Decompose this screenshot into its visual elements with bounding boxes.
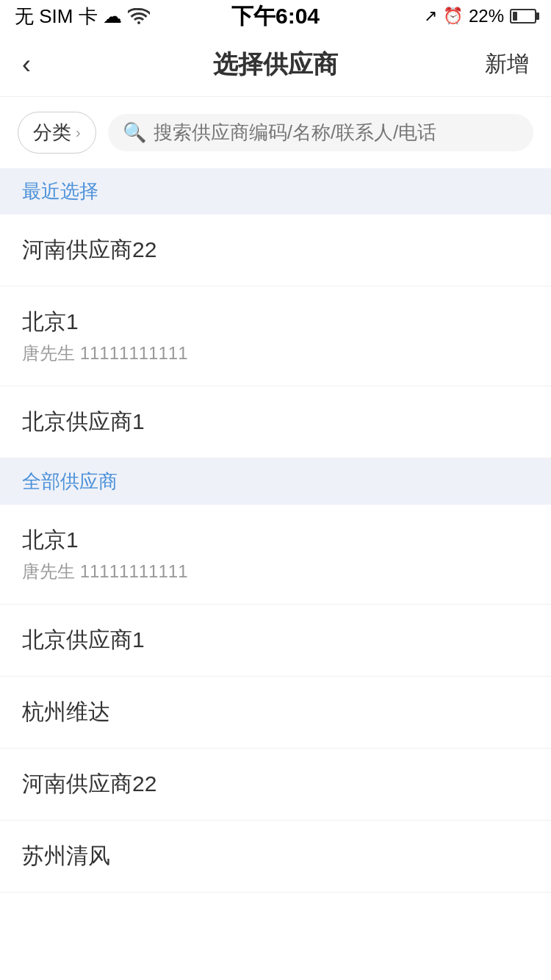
item-name: 河南供应商22 — [22, 769, 529, 799]
item-name: 河南供应商22 — [22, 235, 529, 265]
list-item[interactable]: 河南供应商22 — [0, 749, 551, 821]
nav-bar: ‹ 选择供应商 新增 — [0, 32, 551, 97]
search-icon: 🔍 — [123, 121, 146, 144]
category-label: 分类 — [33, 120, 71, 145]
item-sub: 唐先生 11111111111 — [22, 342, 529, 365]
status-bar: 无 SIM 卡 ☁ 下午6:04 ↗ ⏰ 22% — [0, 0, 551, 32]
recent-section-label: 最近选择 — [22, 180, 98, 202]
status-right: ↗ ⏰ 22% — [424, 6, 536, 26]
category-button[interactable]: 分类 › — [18, 112, 96, 154]
page-title: 选择供应商 — [213, 48, 338, 82]
item-name: 杭州维达 — [22, 697, 529, 727]
recent-list: 河南供应商22北京1唐先生 11111111111北京供应商1 — [0, 215, 551, 458]
wifi-icon — [128, 8, 150, 24]
list-item[interactable]: 杭州维达 — [0, 677, 551, 749]
search-box: 🔍 — [108, 114, 533, 151]
all-section-label: 全部供应商 — [22, 470, 118, 492]
location-icon: ↗ — [424, 7, 437, 26]
filter-bar: 分类 › 🔍 — [0, 97, 551, 168]
list-item[interactable]: 北京供应商1 — [0, 605, 551, 677]
recent-section-header: 最近选择 — [0, 168, 551, 215]
add-button[interactable]: 新增 — [485, 49, 529, 79]
all-section-header: 全部供应商 — [0, 458, 551, 505]
item-sub: 唐先生 11111111111 — [22, 560, 529, 583]
item-name: 苏州清风 — [22, 841, 529, 871]
item-name: 北京供应商1 — [22, 407, 529, 437]
status-left: 无 SIM 卡 ☁ — [15, 4, 150, 29]
battery-text: 22% — [469, 6, 504, 26]
list-item[interactable]: 苏州清风 — [0, 821, 551, 893]
search-input[interactable] — [154, 121, 519, 144]
list-item[interactable]: 北京1唐先生 11111111111 — [0, 505, 551, 605]
list-item[interactable]: 北京供应商1 — [0, 386, 551, 458]
list-item[interactable]: 河南供应商22 — [0, 215, 551, 287]
battery-icon — [510, 9, 536, 24]
alarm-icon: ⏰ — [443, 7, 463, 26]
status-time: 下午6:04 — [231, 1, 320, 32]
all-list: 北京1唐先生 11111111111北京供应商1杭州维达河南供应商22苏州清风 — [0, 505, 551, 893]
item-name: 北京供应商1 — [22, 625, 529, 655]
item-name: 北京1 — [22, 307, 529, 337]
list-item[interactable]: 北京1唐先生 11111111111 — [0, 287, 551, 386]
back-button[interactable]: ‹ — [22, 49, 66, 80]
item-name: 北京1 — [22, 525, 529, 555]
chevron-right-icon: › — [76, 124, 81, 141]
no-sim-text: 无 SIM 卡 ☁ — [15, 4, 122, 29]
